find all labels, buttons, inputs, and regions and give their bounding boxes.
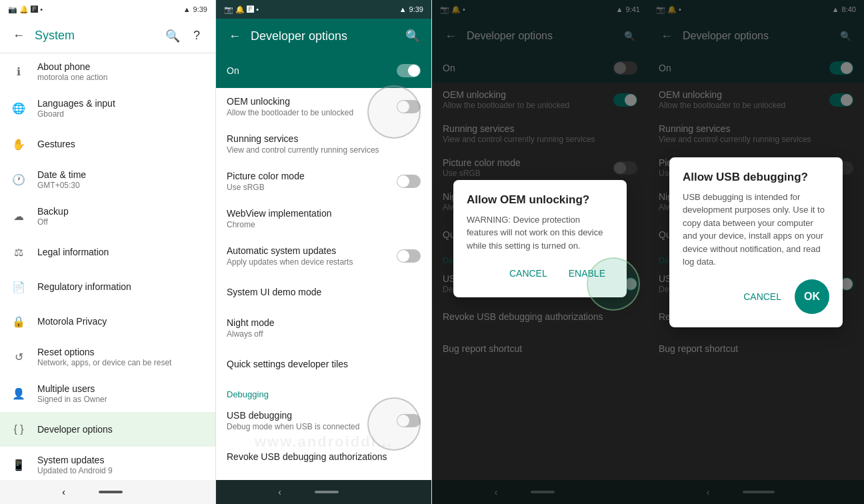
reset-icon: ↺ [11, 349, 27, 365]
sidebar-item-languages[interactable]: 🌐 Languages & input Gboard [0, 90, 215, 127]
oem-dialog-overlay: Allow OEM unlocking? WARNING: Device pro… [432, 0, 648, 504]
nav-home-left[interactable] [99, 491, 123, 493]
appbar-left: ← System 🔍 ? [0, 19, 215, 53]
demo-mode-item[interactable]: System UI demo mode [216, 275, 431, 309]
picture-color-item[interactable]: Picture color mode Use sRGB [216, 163, 431, 200]
auto-updates-title: Automatic system updates [227, 245, 397, 256]
nav-bar-middle: ‹ [216, 480, 431, 504]
sidebar-subtitle-languages: Gboard [37, 109, 205, 119]
privacy-icon: 🔒 [11, 313, 27, 329]
night-mode-subtitle: Always off [227, 329, 421, 339]
night-mode-title: Night mode [227, 317, 421, 328]
sidebar-item-datetime[interactable]: 🕐 Date & time GMT+05:30 [0, 161, 215, 198]
picture-color-title: Picture color mode [227, 171, 397, 181]
search-btn-left[interactable]: 🔍 [165, 28, 181, 44]
quick-tiles-item[interactable]: Quick settings developer tiles [216, 347, 431, 381]
sidebar-title-privacy: Motorola Privacy [37, 316, 205, 327]
right-panels-wrapper: 📷 🔔 • ▲ 9:41 ← Developer options 🔍 On OE… [432, 0, 864, 504]
oem-dialog-actions: Cancel Enable [467, 263, 613, 284]
webview-subtitle: Chrome [227, 220, 421, 229]
wifi-icon-left: ▲ [183, 5, 191, 13]
back-btn-left[interactable]: ← [11, 28, 27, 44]
usb-dialog-overlay: Allow USB debugging? USB debugging is in… [648, 0, 864, 504]
time-left: 9:39 [193, 5, 207, 13]
sidebar-item-legal[interactable]: ⚖ Legal information [0, 235, 215, 269]
system-settings-panel: 📷 🔔 🅿 • ▲ 9:39 ← System 🔍 ? ℹ About phon… [0, 0, 216, 504]
sidebar-title-backup: Backup [37, 206, 205, 217]
webview-title: WebView implementation [227, 208, 421, 219]
usb-ok-btn[interactable]: OK [795, 279, 829, 314]
sidebar-subtitle-updates: Updated to Android 9 [37, 466, 205, 475]
sidebar-item-privacy[interactable]: 🔒 Motorola Privacy [0, 304, 215, 339]
users-icon: 👤 [11, 386, 27, 402]
regulatory-icon: 📄 [11, 279, 27, 295]
sidebar-item-about[interactable]: ℹ About phone motorola one action [0, 53, 215, 90]
status-icons-middle: 📷 🔔 🅿 • [224, 5, 259, 14]
usb-dialog-actions: Cancel OK [683, 279, 829, 314]
sidebar-title-about: About phone [37, 61, 205, 72]
search-btn-middle[interactable]: 🔍 [405, 28, 421, 44]
gestures-icon: ✋ [11, 136, 27, 152]
status-bar-left: 📷 🔔 🅿 • ▲ 9:39 [0, 0, 215, 19]
sidebar-title-regulatory: Regulatory information [37, 281, 205, 292]
auto-updates-item[interactable]: Automatic system updates Apply updates w… [216, 237, 431, 275]
sidebar-title-legal: Legal information [37, 247, 205, 257]
oem-circle-hint [367, 85, 421, 139]
sidebar-item-reset[interactable]: ↺ Reset options Network, apps, or device… [0, 339, 215, 375]
usb-dialog-body: USB debugging is intended for developmen… [683, 191, 829, 269]
appbar-title-left: System [35, 29, 157, 43]
updates-icon: 📱 [11, 457, 27, 473]
nav-back-middle[interactable]: ‹ [272, 484, 288, 500]
developer-icon: { } [11, 421, 27, 437]
sidebar-item-regulatory[interactable]: 📄 Regulatory information [0, 269, 215, 304]
sidebar-item-users[interactable]: 👤 Multiple users Signed in as Owner [0, 375, 215, 412]
developer-toggle[interactable] [397, 64, 421, 77]
usb-dialog: Allow USB debugging? USB debugging is in… [669, 157, 843, 327]
oem-dialog-body: WARNING: Device protection features will… [467, 213, 613, 253]
night-mode-item[interactable]: Night mode Always off [216, 309, 431, 347]
sidebar-item-gestures[interactable]: ✋ Gestures [0, 127, 215, 161]
back-btn-middle[interactable]: ← [227, 28, 243, 44]
usb-cancel-btn[interactable]: Cancel [735, 279, 789, 314]
picture-toggle[interactable] [397, 175, 421, 188]
language-icon: 🌐 [11, 101, 27, 117]
clock-icon: 🕐 [11, 172, 27, 188]
nav-bar-left: ‹ [0, 480, 215, 504]
sidebar-title-languages: Languages & input [37, 98, 205, 109]
quick-tiles-title: Quick settings developer tiles [227, 359, 421, 369]
sidebar-item-updates[interactable]: 📱 System updates Updated to Android 9 [0, 447, 215, 480]
info-icon: ℹ [11, 64, 27, 80]
status-icons-left: 📷 🔔 🅿 • [8, 5, 43, 14]
auto-updates-toggle[interactable] [397, 249, 421, 263]
auto-updates-subtitle: Apply updates when device restarts [227, 257, 397, 267]
oem-cancel-btn[interactable]: Cancel [501, 263, 555, 284]
bug-report-item[interactable]: Bug report shortcut [216, 474, 431, 480]
sidebar-title-users: Multiple users [37, 383, 205, 394]
oem-enable-btn[interactable]: Enable [561, 263, 613, 284]
sidebar-subtitle-datetime: GMT+05:30 [37, 181, 205, 190]
developer-options-panel: 📷 🔔 🅿 • ▲ 9:39 ← Developer options 🔍 On … [216, 0, 432, 504]
running-subtitle: View and control currently running servi… [227, 145, 421, 155]
wifi-icon-middle: ▲ [399, 5, 407, 13]
time-middle: 9:39 [409, 5, 423, 13]
nav-home-middle[interactable] [315, 491, 339, 493]
appbar-middle: ← Developer options 🔍 [216, 19, 431, 53]
sidebar-item-developer[interactable]: { } Developer options [0, 412, 215, 447]
sidebar-title-datetime: Date & time [37, 169, 205, 180]
nav-back-left[interactable]: ‹ [56, 484, 72, 500]
sidebar-list: ℹ About phone motorola one action 🌐 Lang… [0, 53, 215, 480]
usb-dialog-panel: 📷 🔔 • ▲ 8:40 ← Developer options 🔍 On OE… [648, 0, 864, 504]
oem-dialog-title: Allow OEM unlocking? [467, 193, 613, 207]
oem-dialog-panel: 📷 🔔 • ▲ 9:41 ← Developer options 🔍 On OE… [432, 0, 648, 504]
sidebar-item-backup[interactable]: ☁ Backup Off [0, 198, 215, 235]
revoke-usb-title: Revoke USB debugging authorizations [227, 451, 421, 462]
usb-circle-hint [367, 397, 421, 451]
developer-on-row[interactable]: On [216, 53, 431, 88]
webview-item[interactable]: WebView implementation Chrome [216, 200, 431, 237]
backup-icon: ☁ [11, 209, 27, 225]
help-btn-left[interactable]: ? [189, 28, 205, 44]
sidebar-title-gestures: Gestures [37, 139, 205, 149]
status-bar-middle: 📷 🔔 🅿 • ▲ 9:39 [216, 0, 431, 19]
sidebar-subtitle-reset: Network, apps, or device can be reset [37, 358, 205, 367]
usb-dialog-title: Allow USB debugging? [683, 171, 829, 184]
